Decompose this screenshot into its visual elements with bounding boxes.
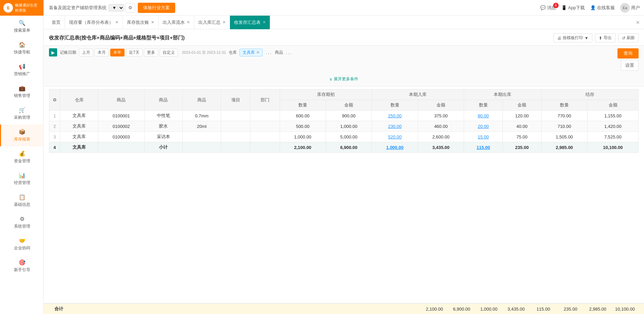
tab-recv-send[interactable]: 收发存汇总表 ✕ [230,16,270,29]
total-out-qty: 115.00 [530,307,557,312]
tab-batch[interactable]: 库存批次账 ✕ [123,16,159,29]
expand-more-btn[interactable]: ∨ 展开更多条件 [49,76,639,82]
subtotal-out-qty[interactable]: 115.00 [464,142,503,153]
row-out-qty[interactable]: 15.00 [464,132,503,142]
sidebar-item-search[interactable]: 🔍 搜索菜单 [0,16,43,37]
operations-icon: 📊 [19,172,26,179]
row-in-qty[interactable]: 250.00 [372,111,418,121]
col-out-qty: 数量 [464,100,503,111]
date-btn-more[interactable]: 更多 [144,49,158,56]
row-bal-qty: 710.00 [541,121,587,132]
warehouse-filter-label: 仓库 [229,50,237,55]
tab-close-batch[interactable]: ✕ [151,20,154,24]
subtotal-in-amt: 3,435.00 [418,142,464,153]
user-menu[interactable]: Ea 用户 [620,3,640,13]
sidebar-item-inventory[interactable]: 📦 库存核算 [0,125,43,146]
tab-home[interactable]: 首页 [48,16,65,29]
col-settings[interactable]: ⚙ [49,89,60,111]
total-bal-qty: 2,985.00 [584,307,611,312]
row-goods-code: 0100001 [98,111,144,121]
sidebar-label-baseinfo: 基础信息 [14,202,30,208]
row-in-qty[interactable]: 520.00 [372,132,418,142]
sidebar-item-marketing[interactable]: 📢 营销推广 [0,59,43,81]
date-btn-cur-month[interactable]: 本月 [95,49,109,56]
tab-close-inout-summary[interactable]: ✕ [222,20,226,24]
online-service-button[interactable]: 👤 在线客服 [590,5,615,11]
subtotal-spec [182,142,221,153]
date-range-text: 2023-01-01 至 2023-12-31 [182,50,226,55]
trial-button[interactable]: 体验行业方案 [138,3,175,13]
filter-bar: ▶ 记账日期 上月 本月 本年 近7天 更多 自定义 2023-01-01 至 … [44,46,644,86]
row-out-amt: 40.00 [502,121,541,132]
row-open-qty: 600.00 [280,111,326,121]
total-bal-amt: 10,100.00 [611,307,639,312]
sidebar-item-purchase[interactable]: 🛒 采购管理 [0,103,43,125]
table-container: ⚙ 仓库 商品 商品 商品 项目 部门 库存期初 本期入库 本期出库 结存 [44,86,644,303]
page-title: 收发存汇总表(按仓库+商品编码+商品+规格型号+项目+部门) [49,35,185,41]
sidebar-item-guide[interactable]: 🎯 新手引导 [0,255,43,277]
warehouse-tag-remove[interactable]: ✕ [256,50,260,55]
subtotal-in-qty[interactable]: 1,000.00 [372,142,418,153]
sidebar-item-operations[interactable]: 📊 经营管理 [0,168,43,190]
chevron-down-icon: ▼ [584,36,589,40]
tab-inout-flow[interactable]: 出入库流水 ✕ [159,16,194,29]
col-goods-spec: 商品 [182,89,221,111]
export-button[interactable]: ⬆ 导出 [595,33,615,43]
tab-close-inout-flow[interactable]: ✕ [187,20,190,24]
sidebar-item-quicknav[interactable]: 🏠 快捷导航 [0,37,43,59]
row-in-qty[interactable]: 230.00 [372,121,418,132]
goods-more-btn[interactable]: ... [286,49,292,55]
quicknav-icon: 🏠 [19,42,26,48]
subtotal-warehouse: 文具库 [60,142,98,153]
sidebar-label-guide: 新手引导 [14,267,30,273]
query-button[interactable]: 查询 [617,48,639,59]
tab-close-recv-send[interactable]: ✕ [263,20,266,24]
row-out-qty[interactable]: 20.00 [464,121,503,132]
col-goods-code: 商品 [98,89,144,111]
date-btn-cur-year[interactable]: 本年 [110,49,125,56]
total-in-amt: 3,435.00 [502,307,530,312]
print-button[interactable]: 🖨 按模板打印 ▼ [554,33,592,43]
refresh-button[interactable]: ↺ 刷新 [618,33,639,43]
gear-button[interactable]: ⚙ [126,3,135,13]
row-project [221,132,250,142]
message-button[interactable]: 💬 消息 6 [540,5,556,11]
row-open-amt: 1,000.00 [326,121,372,132]
row-out-qty[interactable]: 80.00 [464,111,503,121]
row-bal-amt: 7,525.00 [588,132,639,142]
col-dept: 部门 [250,89,280,111]
table-row: 3 文具库 0100003 采访本 1,000.00 5,000.00 520.… [49,132,639,142]
goods-filter-label: 商品 [275,50,283,55]
row-in-amt: 375.00 [418,111,464,121]
date-btn-prev-month[interactable]: 上月 [79,49,93,56]
purchase-icon: 🛒 [19,107,26,113]
close-all-tabs[interactable]: ✕ [636,20,640,25]
tab-inout-summary[interactable]: 出入库汇总 ✕ [194,16,230,29]
sidebar-item-baseinfo[interactable]: 📋 基础信息 [0,190,43,212]
date-btn-custom[interactable]: 自定义 [160,49,178,56]
sidebar-item-sales[interactable]: 💼 销售管理 [0,81,43,103]
sidebar-item-cooperation[interactable]: 🤝 企业协同 [0,233,43,255]
sidebar-item-system[interactable]: ⚙ 系统管理 [0,212,43,233]
row-goods-spec [182,132,221,142]
col-group-bal: 结存 [541,89,638,100]
row-bal-amt: 1,155.00 [588,111,639,121]
tab-close-stock-dist[interactable]: ✕ [115,20,118,24]
app-download-button[interactable]: 📱 App下载 [561,5,585,11]
sidebar-item-finance[interactable]: 💰 资金管理 [0,146,43,168]
settings-button[interactable]: 设置 [621,60,639,71]
row-open-qty: 1,000.00 [280,132,326,142]
data-table: ⚙ 仓库 商品 商品 商品 项目 部门 库存期初 本期入库 本期出库 结存 [49,89,639,153]
page-content: 收发存汇总表(按仓库+商品编码+商品+规格型号+项目+部门) 🖨 按模板打印 ▼… [44,29,644,314]
system-title: 装备及固定资产辅助管理系统 ▼ [49,4,124,12]
subtotal-bal-qty: 2,985.00 [541,142,587,153]
col-bal-amt: 金额 [588,100,639,111]
warehouse-more-btn[interactable]: ... [265,49,272,55]
filter-expand-arrow[interactable]: ▶ [49,48,57,56]
col-open-qty: 数量 [280,100,326,111]
tab-stock-dist[interactable]: 现存量（库存分布表） ✕ [65,16,123,29]
date-btn-7days[interactable]: 近7天 [126,49,143,56]
logo-icon: 6 [3,3,13,13]
print-icon: 🖨 [557,36,561,40]
system-selector[interactable]: ▼ [109,4,124,12]
